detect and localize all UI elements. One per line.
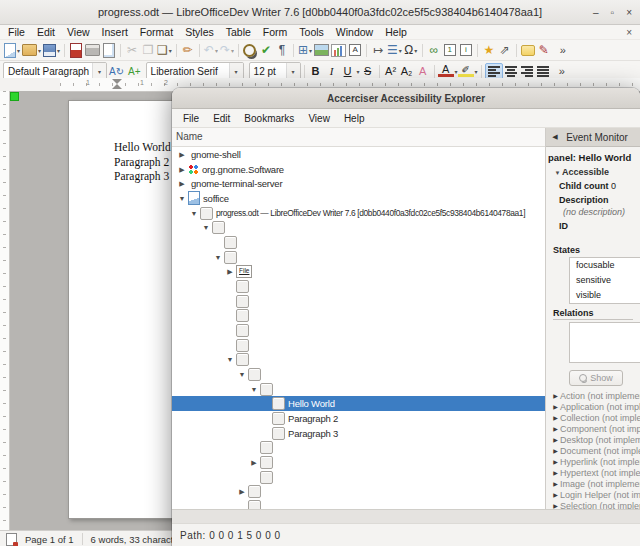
accerciser-menu-bookmarks[interactable]: Bookmarks [237, 113, 301, 124]
chevron-down-icon[interactable]: ▾ [17, 47, 20, 54]
page-count[interactable]: Page 1 of 1 [25, 534, 74, 545]
close-button[interactable]: × [626, 7, 632, 18]
tree-row[interactable] [172, 440, 545, 455]
chevron-down-icon[interactable]: ▾ [231, 47, 234, 54]
interface-item[interactable]: ▶Login Helper (not implemented) [548, 489, 640, 500]
expander-closed-icon[interactable]: ▶ [551, 481, 560, 487]
find-replace-button[interactable] [242, 41, 258, 59]
expander-closed-icon[interactable]: ▶ [551, 426, 560, 432]
indent-marker-icon[interactable] [112, 84, 122, 89]
italic-button[interactable]: I [324, 63, 340, 80]
clear-formatting-button[interactable]: A [415, 63, 431, 80]
strikethrough-button[interactable]: S [360, 63, 376, 80]
tree-row[interactable]: Paragraph 3 [172, 426, 545, 441]
tree-row[interactable]: ▼ [172, 250, 545, 265]
writer-menu-table[interactable]: Table [220, 26, 257, 38]
paste-button[interactable]: ❑▾ [156, 41, 173, 59]
align-justify-button[interactable] [535, 63, 551, 80]
expander-closed-icon[interactable]: ▶ [551, 492, 560, 498]
expander-open-icon[interactable]: ▼ [188, 210, 200, 217]
expander-closed-icon[interactable]: ▶ [551, 503, 560, 509]
tree-row[interactable]: Hello World [172, 396, 545, 411]
tree-row[interactable]: ▶gnome-shell [172, 147, 545, 162]
save-status-icon[interactable] [6, 533, 17, 546]
relations-list[interactable] [569, 322, 640, 363]
align-center-button[interactable] [503, 63, 519, 80]
writer-menu-format[interactable]: Format [134, 26, 179, 38]
tree-row[interactable] [172, 323, 545, 338]
state-item[interactable]: focusable [570, 258, 640, 273]
formatting-marks-button[interactable]: ¶ [274, 41, 290, 59]
chevron-down-icon[interactable]: ▾ [215, 47, 218, 54]
align-left-button[interactable] [485, 63, 503, 80]
page-break-button[interactable]: ↦ [370, 41, 386, 59]
font-color-button[interactable]: A [438, 65, 454, 77]
expander-closed-icon[interactable]: ▶ [176, 151, 188, 158]
interface-item[interactable]: ▶Action (not implemented) [548, 390, 640, 401]
copy-button[interactable]: ❐ [140, 41, 156, 59]
tree-row[interactable]: ▼ [172, 367, 545, 382]
undo-button[interactable]: ↶▾ [203, 41, 219, 59]
interface-item[interactable]: ▶Hypertext (not implemented) [548, 467, 640, 478]
redo-button[interactable]: ↷▾ [219, 41, 235, 59]
chevron-down-icon[interactable]: ▾ [286, 63, 300, 79]
expander-closed-icon[interactable]: ▶ [551, 437, 560, 443]
accerciser-menu-edit[interactable]: Edit [206, 113, 237, 124]
expander-closed-icon[interactable]: ▶ [551, 470, 560, 476]
tree-row[interactable]: ▶org.gnome.Software [172, 162, 545, 177]
horizontal-scrollbar[interactable] [172, 509, 640, 523]
toolbar-overflow-button[interactable]: » [554, 43, 572, 57]
tree-row[interactable]: ▼ [172, 220, 545, 235]
writer-menu-styles[interactable]: Styles [179, 26, 220, 38]
expander-open-icon[interactable]: ▼ [553, 170, 562, 176]
bookmark-button[interactable]: ★ [481, 41, 497, 59]
cross-reference-button[interactable]: ⇗ [497, 41, 513, 59]
interface-item[interactable]: ▶Image (not implemented) [548, 478, 640, 489]
expander-closed-icon[interactable]: ▶ [176, 166, 188, 173]
interface-item[interactable]: ▶Collection (not implemented) [548, 412, 640, 423]
new-document-button[interactable]: ▾ [3, 41, 21, 59]
chevron-down-icon[interactable]: ▾ [309, 47, 312, 54]
spelling-button[interactable]: ✔ [258, 41, 274, 59]
writer-menu-view[interactable]: View [61, 26, 96, 38]
new-style-button[interactable]: A+ [126, 63, 143, 80]
expander-open-icon[interactable]: ▼ [248, 386, 260, 393]
expander-closed-icon[interactable]: ▶ [551, 404, 560, 410]
tree-row[interactable]: ▼progress.odt — LibreOfficeDev Writer 7.… [172, 206, 545, 221]
writer-menu-edit[interactable]: Edit [31, 26, 61, 38]
tree-row[interactable] [172, 294, 545, 309]
comment-button[interactable] [520, 41, 536, 59]
expander-open-icon[interactable]: ▼ [200, 224, 212, 231]
insert-image-button[interactable] [313, 41, 330, 59]
tree-row[interactable] [172, 235, 545, 250]
document-text[interactable]: Hello WorldParagraph 2Paragraph 3 [114, 140, 171, 184]
chevron-down-icon[interactable]: ▾ [399, 47, 402, 54]
endnote-button[interactable]: i [458, 41, 474, 59]
accerciser-menu-view[interactable]: View [301, 113, 337, 124]
open-button[interactable]: ▾ [21, 41, 42, 59]
chevron-down-icon[interactable]: ▾ [38, 47, 41, 54]
expander-closed-icon[interactable]: ▶ [224, 268, 236, 275]
hyperlink-button[interactable]: ∞ [426, 41, 442, 59]
expander-open-icon[interactable]: ▼ [224, 356, 236, 363]
expander-closed-icon[interactable]: ▶ [551, 415, 560, 421]
interface-item[interactable]: ▶Component (not implemented) [548, 423, 640, 434]
tree-row[interactable]: ▼ [172, 382, 545, 397]
interface-item[interactable]: ▶Selection (not implemented) [548, 500, 640, 509]
tree-column-header-name[interactable]: Name [172, 128, 545, 147]
maximize-button[interactable]: ▫ [611, 7, 615, 18]
accessible-section[interactable]: ▼Accessible [553, 167, 640, 177]
print-button[interactable] [84, 41, 101, 59]
insert-chart-button[interactable] [330, 41, 347, 59]
save-button[interactable]: ▾ [42, 41, 61, 59]
writer-menu-tools[interactable]: Tools [293, 26, 330, 38]
underline-button[interactable]: U [340, 63, 356, 80]
tree-row[interactable] [172, 499, 545, 509]
interface-item[interactable]: ▶Document (not implemented) [548, 445, 640, 456]
accerciser-menu-file[interactable]: File [176, 113, 206, 124]
state-item[interactable]: sensitive [570, 273, 640, 288]
footnote-button[interactable]: 1 [442, 41, 458, 59]
writer-menu-form[interactable]: Form [257, 26, 294, 38]
chevron-down-icon[interactable]: ▾ [475, 68, 478, 75]
highlight-color-button[interactable]: ✐ [458, 65, 474, 77]
